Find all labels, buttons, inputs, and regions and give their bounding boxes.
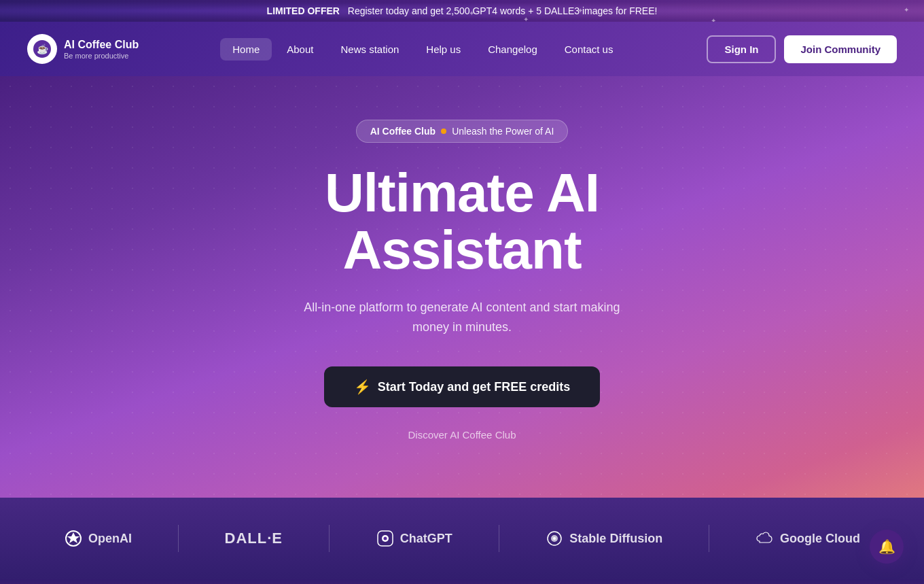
divider-4 — [709, 525, 709, 552]
dalle-label: DALL·E — [225, 530, 283, 547]
hero-subtitle: All-in-one platform to generate AI conte… — [285, 298, 639, 337]
nav-link-home[interactable]: Home — [220, 38, 272, 61]
nav-link-contact-us[interactable]: Contact us — [552, 38, 626, 61]
badge-dot — [441, 128, 446, 134]
logo-title: AI Coffee Club — [64, 38, 139, 51]
partner-chatgpt: ChatGPT — [376, 529, 452, 548]
chatgpt-label: ChatGPT — [400, 532, 452, 546]
openai-icon — [64, 529, 83, 548]
lightning-icon: ⚡ — [354, 379, 371, 395]
google-cloud-label: Google Cloud — [780, 532, 860, 546]
logo-text: AI Coffee Club Be more productive — [64, 38, 139, 59]
bottom-wave — [0, 579, 924, 584]
promo-banner: ✦ ✦ ✦ ✦ ✦ ✦ ✦ ✦ ✦ ✦ LIMITED OFFER Regist… — [0, 0, 924, 22]
openai-label: OpenAI — [88, 532, 132, 546]
signin-button[interactable]: Sign In — [707, 35, 776, 63]
stable-diffusion-icon — [545, 529, 564, 548]
logo[interactable]: ☕ AI Coffee Club Be more productive — [27, 34, 139, 64]
stable-diffusion-label: Stable Diffusion — [569, 532, 662, 546]
svg-point-8 — [553, 537, 556, 540]
notification-button[interactable]: 🔔 — [870, 530, 904, 564]
hero-badge: AI Coffee Club Unleash the Power of AI — [356, 120, 569, 143]
cta-button[interactable]: ⚡ Start Today and get FREE credits — [324, 366, 601, 407]
nav-link-changelog[interactable]: Changelog — [476, 38, 550, 61]
offer-text: Register today and get 2,500 GPT4 words … — [348, 5, 658, 16]
divider-1 — [178, 525, 179, 552]
divider-2 — [329, 525, 330, 552]
chatgpt-icon — [376, 529, 395, 548]
bell-icon: 🔔 — [878, 538, 895, 555]
badge-tagline: Unleash the Power of AI — [452, 126, 554, 137]
partners-section: OpenAI DALL·E ChatGPT — [0, 498, 924, 584]
partner-google-cloud: Google Cloud — [756, 529, 860, 548]
hero-title: Ultimate AI Assistant — [325, 165, 599, 279]
nav-links: Home About News station Help us Changelo… — [220, 38, 625, 61]
nav-link-help-us[interactable]: Help us — [414, 38, 473, 61]
svg-text:☕: ☕ — [37, 44, 49, 55]
google-cloud-icon — [756, 529, 775, 548]
cta-label: Start Today and get FREE credits — [378, 380, 571, 394]
discover-link[interactable]: Discover AI Coffee Club — [408, 429, 516, 441]
badge-brand: AI Coffee Club — [370, 126, 436, 137]
hero-section: AI Coffee Club Unleash the Power of AI U… — [0, 76, 924, 498]
nav-actions: Sign In Join Community — [707, 35, 897, 63]
logo-subtitle: Be more productive — [64, 52, 139, 60]
nav-link-news-station[interactable]: News station — [328, 38, 411, 61]
logo-icon: ☕ — [27, 34, 57, 64]
partner-dalle: DALL·E — [225, 530, 283, 547]
hero-title-line1: Ultimate AI — [325, 162, 599, 223]
partner-stable-diffusion: Stable Diffusion — [545, 529, 662, 548]
divider-3 — [499, 525, 499, 552]
partners-strip: OpenAI DALL·E ChatGPT — [0, 498, 924, 579]
partner-openai: OpenAI — [64, 529, 132, 548]
limited-offer-label: LIMITED OFFER — [267, 5, 340, 16]
join-community-button[interactable]: Join Community — [784, 35, 897, 63]
hero-title-line2: Assistant — [342, 220, 581, 280]
navbar: ☕ AI Coffee Club Be more productive Home… — [0, 22, 924, 76]
nav-link-about[interactable]: About — [274, 38, 325, 61]
svg-point-5 — [383, 537, 387, 540]
